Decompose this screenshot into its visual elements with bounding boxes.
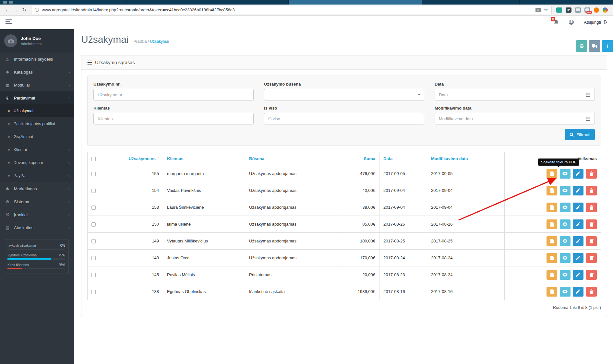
sidebar-item-modules[interactable]: ▦ Moduliai › — [0, 78, 74, 91]
back-icon[interactable]: ← — [3, 7, 12, 13]
sidebar-item-returns[interactable]: » Grąžinimai — [0, 130, 74, 143]
delete-order-button[interactable] — [586, 203, 597, 212]
invoice-pdf-button[interactable] — [547, 219, 557, 229]
row-checkbox[interactable] — [91, 239, 96, 243]
view-order-button[interactable] — [560, 236, 571, 246]
sidebar-item-marketing[interactable]: ✱ Marketingas › — [0, 182, 74, 195]
browser-tab[interactable] — [29, 0, 126, 5]
bookmark-star-icon[interactable]: ☆ — [544, 7, 548, 13]
date-picker-button[interactable] — [581, 113, 595, 124]
edit-order-button[interactable] — [573, 203, 583, 212]
orange-extension-icon[interactable] — [594, 7, 599, 13]
filter-customer-input[interactable] — [93, 113, 254, 124]
filter-date-input[interactable] — [435, 89, 581, 100]
delete-order-button[interactable] — [586, 236, 597, 246]
logout-button[interactable]: Atsijungti — [579, 16, 613, 29]
notifications-button[interactable]: 0 — [549, 16, 564, 29]
view-order-button[interactable] — [560, 203, 571, 212]
forward-icon[interactable]: → — [12, 7, 20, 13]
sidebar-item-sales[interactable]: € Pardavimai › — [0, 91, 74, 104]
filter-button[interactable]: Filtruoti — [565, 129, 595, 140]
view-order-button[interactable] — [560, 186, 571, 195]
sort-date-modified-header[interactable]: Modifikavimo data — [427, 152, 505, 165]
filter-status-select[interactable] — [264, 89, 424, 100]
browser-tab[interactable] — [126, 0, 289, 5]
sidebar-item-customers[interactable]: » Klientai › — [0, 143, 74, 156]
print-shipping-list-button[interactable] — [589, 40, 600, 52]
edit-order-button[interactable] — [573, 236, 583, 246]
sidebar-item-tools[interactable]: ⚒ Įrankiai › — [0, 208, 74, 221]
date-picker-button[interactable] — [581, 89, 595, 100]
edit-order-button[interactable] — [573, 270, 583, 280]
browser-tab-active[interactable] — [289, 0, 422, 5]
invoice-pdf-button[interactable] — [547, 253, 557, 263]
browser-tab[interactable] — [422, 0, 520, 5]
url-text[interactable]: www.agregatai.lt/siteadmin14/index.php?r… — [42, 7, 535, 12]
filter-total-input[interactable] — [264, 113, 424, 124]
edit-order-button[interactable] — [573, 169, 583, 179]
sidebar-item-orders[interactable]: » Užsakymai — [0, 104, 74, 117]
edit-order-button[interactable] — [573, 186, 583, 195]
screencast-extension-icon[interactable]: New — [584, 7, 590, 13]
sort-order-nr-header[interactable]: Užsakymo nr. ˆ — [98, 152, 163, 165]
invoice-pdf-button[interactable] — [547, 169, 557, 179]
sidebar-item-dashboard[interactable]: ⌂ Informacinis skydelis — [0, 53, 74, 65]
sidebar-item-gift-vouchers[interactable]: » Dovanų kuponai › — [0, 156, 74, 169]
sort-status-header[interactable]: Būsena — [245, 152, 338, 165]
filter-date-modified-input[interactable] — [435, 113, 581, 124]
profile-icon[interactable] — [603, 7, 608, 13]
translate-icon[interactable]: A — [535, 8, 541, 12]
row-checkbox[interactable] — [91, 189, 96, 193]
avatar[interactable] — [4, 34, 17, 47]
page-info-icon[interactable]: ⓘ — [35, 7, 39, 13]
view-order-button[interactable] — [560, 253, 571, 263]
invoice-pdf-button[interactable] — [547, 236, 557, 246]
row-checkbox[interactable] — [91, 222, 96, 227]
ip-extension-icon[interactable]: IP — [566, 7, 571, 13]
store-front-button[interactable] — [564, 16, 579, 29]
delete-order-button[interactable] — [586, 270, 597, 280]
sidebar-toggle-icon[interactable] — [6, 19, 12, 25]
filter-order-nr-input[interactable] — [93, 89, 254, 100]
browser-tab[interactable] — [520, 0, 613, 5]
view-order-button[interactable] — [560, 287, 571, 297]
chevron-right-icon: › — [68, 212, 70, 217]
invoice-pdf-button[interactable] — [547, 270, 557, 280]
colorpicker-extension-icon[interactable] — [556, 7, 562, 13]
breadcrumb-home[interactable]: Pradžia — [134, 39, 147, 44]
row-checkbox[interactable] — [91, 273, 96, 277]
delete-order-button[interactable] — [586, 169, 597, 179]
sidebar-item-paypal[interactable]: » PayPal › — [0, 169, 74, 182]
edit-order-button[interactable] — [573, 287, 583, 297]
sort-total-header[interactable]: Suma — [338, 152, 379, 165]
delete-order-button[interactable] — [586, 186, 597, 195]
sort-date-added-header[interactable]: Data — [379, 152, 427, 165]
view-order-button[interactable] — [560, 219, 571, 229]
delete-order-button[interactable] — [586, 253, 597, 263]
sidebar-item-reports[interactable]: ▤ Ataskaitos › — [0, 221, 74, 234]
edit-order-button[interactable] — [573, 219, 583, 229]
invoice-pdf-button[interactable] — [547, 186, 557, 195]
sidebar-item-recurring-profiles[interactable]: » Pasikartojantys profiliai — [0, 117, 74, 130]
edit-order-button[interactable] — [573, 253, 583, 263]
add-order-button[interactable]: + — [602, 40, 613, 52]
invoice-pdf-button[interactable] — [547, 287, 557, 297]
sidebar-item-catalog[interactable]: ❖ Katalogas › — [0, 65, 74, 78]
row-checkbox[interactable] — [91, 256, 96, 260]
row-checkbox[interactable] — [91, 205, 96, 210]
view-order-button[interactable] — [560, 169, 571, 179]
row-checkbox[interactable] — [91, 172, 96, 176]
sort-customer-header[interactable]: Klientas — [163, 152, 245, 165]
view-order-button[interactable] — [560, 270, 571, 280]
select-all-checkbox[interactable] — [91, 157, 96, 161]
invoice-pdf-button[interactable] — [547, 203, 557, 212]
monitor-extension-icon[interactable] — [575, 7, 581, 13]
sidebar-item-system[interactable]: ⚙ Sistema › — [0, 195, 74, 208]
print-invoice-button[interactable] — [576, 40, 587, 52]
address-bar[interactable]: ⓘ www.agregatai.lt/siteadmin14/index.php… — [31, 6, 552, 14]
delete-order-button[interactable] — [586, 219, 597, 229]
delete-order-button[interactable] — [586, 287, 597, 297]
breadcrumb-current[interactable]: Užsakymai — [150, 39, 169, 44]
reload-icon[interactable]: ↻ — [20, 7, 29, 13]
row-checkbox[interactable] — [91, 290, 96, 294]
